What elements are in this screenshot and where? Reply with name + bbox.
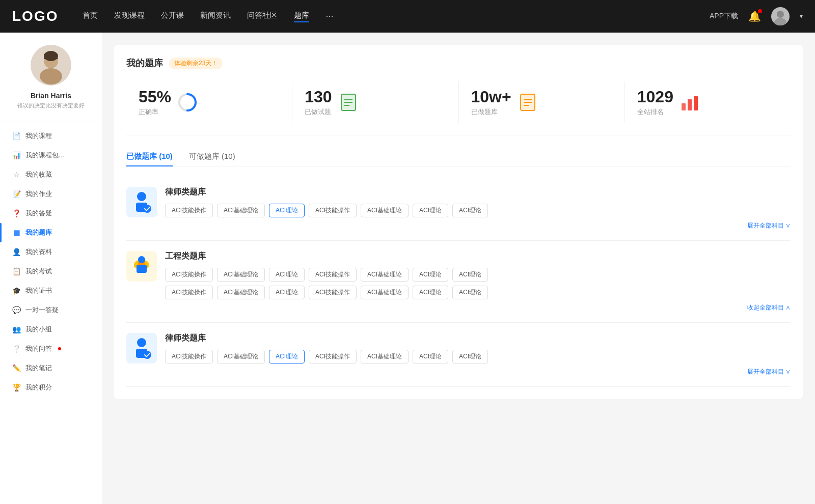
tag-2-1[interactable]: ACI基础理论 — [217, 268, 265, 282]
note-icon: ✏️ — [12, 364, 20, 372]
qbank-tags-2-row1: ACI技能操作 ACI基础理论 ACI理论 ACI技能操作 ACI基础理论 AC… — [165, 268, 791, 282]
app-download-link[interactable]: APP下载 — [710, 12, 738, 21]
tag-2-4[interactable]: ACI基础理论 — [361, 268, 409, 282]
qbank-item-engineer: 工程类题库 ACI技能操作 ACI基础理论 ACI理论 ACI技能操作 ACI基… — [126, 241, 791, 323]
tag-2-2[interactable]: ACI理论 — [269, 268, 305, 282]
qbank-tags-1: ACI技能操作 ACI基础理论 ACI理论 ACI技能操作 ACI基础理论 AC… — [165, 204, 791, 217]
nav-discover[interactable]: 发现课程 — [114, 11, 145, 22]
qbank-title-2: 工程类题库 — [165, 251, 791, 262]
qbank-item-lawyer-2: 律师类题库 ACI技能操作 ACI基础理论 ACI理论 ACI技能操作 ACI基… — [126, 323, 791, 387]
qbank-content-2: 工程类题库 ACI技能操作 ACI基础理论 ACI理论 ACI技能操作 ACI基… — [165, 251, 791, 312]
tab-available-banks[interactable]: 可做题库 (10) — [189, 148, 235, 166]
sidebar-item-materials[interactable]: 👤 我的资料 — [0, 242, 102, 262]
logo: LOGO — [12, 8, 58, 24]
content-card: 我的题库 体验剩余23天！ 55% 正确率 — [114, 45, 803, 399]
tag-1-2[interactable]: ACI理论 — [269, 204, 305, 217]
stat-rank-label: 全站排名 — [637, 107, 673, 117]
user-avatar[interactable] — [771, 7, 790, 25]
qa-notification-dot — [58, 347, 61, 350]
nav-qa[interactable]: 问答社区 — [247, 11, 278, 22]
tag-2-8[interactable]: ACI基础理论 — [217, 286, 265, 299]
qbank-expand-1[interactable]: 展开全部科目 ∨ — [165, 221, 791, 230]
sidebar-item-onetoone[interactable]: 💬 一对一答疑 — [0, 300, 102, 320]
question-circle-icon: ❓ — [12, 209, 20, 217]
sidebar-item-favorites[interactable]: ☆ 我的收藏 — [0, 165, 102, 184]
sidebar-item-coursepackage[interactable]: 📊 我的课程包... — [0, 146, 102, 165]
homework-icon: 📝 — [12, 190, 20, 198]
sidebar-item-notes[interactable]: ✏️ 我的笔记 — [0, 358, 102, 378]
qbank-title-3: 律师类题库 — [165, 333, 791, 344]
svg-rect-20 — [688, 99, 692, 110]
tag-2-3[interactable]: ACI技能操作 — [309, 268, 357, 282]
svg-rect-19 — [682, 103, 686, 110]
tag-3-5[interactable]: ACI理论 — [413, 350, 448, 363]
tag-3-0[interactable]: ACI技能操作 — [165, 350, 213, 363]
stat-questions-done: 130 已做试题 — [292, 81, 458, 123]
qbank-tags-3: ACI技能操作 ACI基础理论 ACI理论 ACI技能操作 ACI基础理论 AC… — [165, 350, 791, 363]
stat-rank-value: 1029 — [637, 88, 673, 106]
sidebar-item-points[interactable]: 🏆 我的积分 — [0, 378, 102, 397]
svg-rect-29 — [137, 265, 147, 273]
tag-3-2[interactable]: ACI理论 — [269, 350, 305, 363]
sidebar-item-mycourse[interactable]: 📄 我的课程 — [0, 126, 102, 146]
tag-2-13[interactable]: ACI理论 — [452, 286, 488, 299]
sidebar-item-questions[interactable]: ❔ 我的问答 — [0, 339, 102, 358]
qbank-icon-lawyer-2 — [126, 333, 157, 363]
score-icon: 🏆 — [12, 383, 20, 391]
tag-2-11[interactable]: ACI基础理论 — [361, 286, 409, 299]
user-dropdown-arrow[interactable]: ▾ — [800, 13, 803, 20]
grid-icon: ▦ — [12, 229, 20, 237]
stat-questions-label: 已做试题 — [305, 107, 332, 117]
tag-1-5[interactable]: ACI理论 — [413, 204, 448, 217]
nav-more[interactable]: ··· — [325, 11, 333, 22]
tag-3-3[interactable]: ACI技能操作 — [309, 350, 357, 363]
tag-2-0[interactable]: ACI技能操作 — [165, 268, 213, 282]
nav-questionbank[interactable]: 题库 — [294, 11, 309, 22]
tag-1-6[interactable]: ACI理论 — [452, 204, 488, 217]
nav-opencourse[interactable]: 公开课 — [161, 11, 184, 22]
tag-3-4[interactable]: ACI基础理论 — [361, 350, 409, 363]
certificate-icon: 🎓 — [12, 287, 20, 295]
svg-point-1 — [777, 11, 784, 18]
notification-bell[interactable]: 🔔 — [748, 10, 761, 22]
tag-2-12[interactable]: ACI理论 — [413, 286, 448, 299]
tag-2-9[interactable]: ACI理论 — [269, 286, 305, 299]
sidebar-item-exams[interactable]: 📋 我的考试 — [0, 262, 102, 281]
tag-2-6[interactable]: ACI理论 — [452, 268, 488, 282]
tag-1-1[interactable]: ACI基础理论 — [217, 204, 265, 217]
qbank-icon-engineer — [126, 251, 157, 282]
tag-3-6[interactable]: ACI理论 — [452, 350, 488, 363]
stat-banks-label: 已做题库 — [471, 107, 511, 117]
tabs-row: 已做题库 (10) 可做题库 (10) — [126, 148, 791, 166]
tag-1-3[interactable]: ACI技能操作 — [309, 204, 357, 217]
sidebar-item-myqa[interactable]: ❓ 我的答疑 — [0, 204, 102, 223]
qbank-content-3: 律师类题库 ACI技能操作 ACI基础理论 ACI理论 ACI技能操作 ACI基… — [165, 333, 791, 376]
qbank-expand-3[interactable]: 展开全部科目 ∨ — [165, 368, 791, 376]
sidebar-item-questionbank[interactable]: ▦ 我的题库 — [0, 223, 102, 242]
stat-banks-value: 10w+ — [471, 88, 511, 106]
sidebar-item-certificates[interactable]: 🎓 我的证书 — [0, 281, 102, 300]
page-wrapper: Brian Harris 错误的决定比没有决定要好 📄 我的课程 📊 我的课程包… — [0, 33, 815, 504]
sidebar-user-motto: 错误的决定比没有决定要好 — [17, 102, 85, 109]
trial-badge: 体验剩余23天！ — [169, 58, 223, 69]
nav-home[interactable]: 首页 — [83, 11, 98, 22]
navbar-right: APP下载 🔔 ▾ — [710, 7, 803, 25]
tab-done-banks[interactable]: 已做题库 (10) — [126, 148, 173, 166]
tag-1-0[interactable]: ACI技能操作 — [165, 204, 213, 217]
qbank-title-1: 律师类题库 — [165, 187, 791, 198]
tag-3-1[interactable]: ACI基础理论 — [217, 350, 265, 363]
svg-point-5 — [40, 68, 62, 85]
tag-1-4[interactable]: ACI基础理论 — [361, 204, 409, 217]
sidebar-menu: 📄 我的课程 📊 我的课程包... ☆ 我的收藏 📝 我的作业 ❓ 我的答疑 ▦ — [0, 126, 102, 397]
tag-2-10[interactable]: ACI技能操作 — [309, 286, 357, 299]
chat-icon: 💬 — [12, 306, 20, 314]
banks-done-icon — [518, 92, 538, 113]
tag-2-7[interactable]: ACI技能操作 — [165, 286, 213, 299]
group-icon: 👥 — [12, 325, 20, 333]
sidebar-item-groups[interactable]: 👥 我的小组 — [0, 320, 102, 339]
sidebar-item-homework[interactable]: 📝 我的作业 — [0, 184, 102, 204]
tag-2-5[interactable]: ACI理论 — [413, 268, 448, 282]
nav-news[interactable]: 新闻资讯 — [200, 11, 231, 22]
svg-rect-21 — [694, 96, 698, 110]
qbank-expand-2[interactable]: 收起全部科目 ∧ — [165, 303, 791, 312]
